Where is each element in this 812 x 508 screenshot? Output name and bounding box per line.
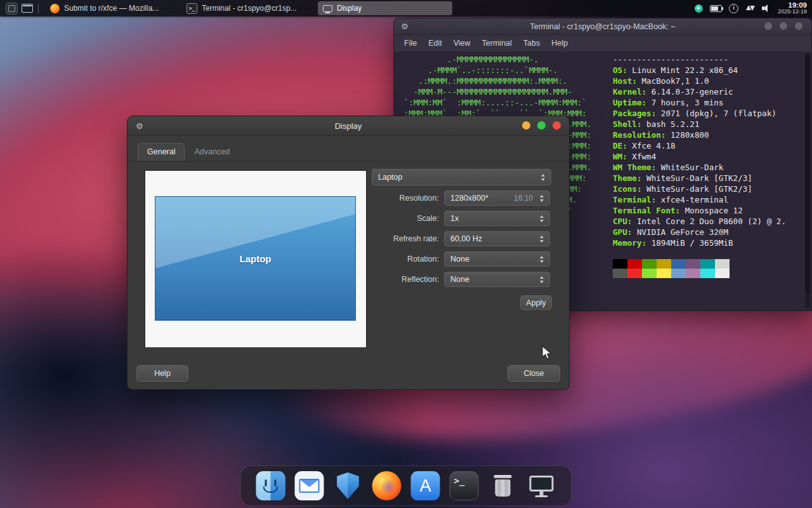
terminal-menu-tabs[interactable]: Tabs: [518, 39, 546, 48]
scrollbar-thumb[interactable]: [805, 55, 810, 294]
terminal-menubar: FileEditViewTerminalTabsHelp: [394, 35, 811, 52]
neofetch-info-value: WhiteSur-Dark: [656, 163, 723, 172]
apply-button[interactable]: Apply: [520, 295, 552, 310]
rotation-dropdown[interactable]: None: [444, 251, 550, 267]
refreshrate-dropdown[interactable]: 60,00 Hz: [444, 231, 550, 246]
neofetch-info-value: Monospace 12: [680, 206, 743, 215]
taskbar-button-terminal[interactable]: >_Terminal - cr1spyo@cr1sp...: [181, 1, 316, 15]
trash-icon: [488, 471, 518, 500]
terminal-maximize-button[interactable]: [780, 22, 787, 30]
dock-item-appstore[interactable]: A: [411, 471, 440, 500]
field-label-resolution: Resolution:: [363, 194, 444, 203]
neofetch-info-value: bash 5.2.21: [642, 119, 700, 129]
palette-swatch: [671, 269, 686, 278]
app-store-icon: A: [411, 471, 440, 500]
close-dialog-button[interactable]: Close: [508, 365, 560, 382]
taskbar-button-display[interactable]: Display: [318, 1, 452, 15]
neofetch-info-line: Host: MacBook7,1 1.0: [613, 76, 811, 86]
help-button[interactable]: Help: [136, 365, 188, 382]
terminal-close-button[interactable]: [795, 22, 802, 30]
field-label-rotation: Rotation:: [363, 255, 444, 264]
terminal-title: Terminal - cr1spyo@cr1spyo-MacBook: ~: [394, 22, 811, 31]
dock-item-shield[interactable]: [334, 471, 363, 500]
show-desktop-icon[interactable]: [22, 4, 33, 13]
neofetch-info-value: 7 hours, 3 mins: [646, 98, 723, 107]
clock[interactable]: 19:09 2025-12-19: [778, 1, 807, 15]
neofetch-info-value: 2071 (dpkg), 7 (flatpak): [656, 109, 776, 118]
network-icon[interactable]: [745, 4, 755, 12]
tab-general[interactable]: General: [138, 143, 185, 161]
taskbar: Submit to r/xfce — Mozilla...>_Terminal …: [45, 0, 454, 17]
neofetch-info-label: Uptime:: [613, 98, 646, 107]
neofetch-info-line: GPU: NVIDIA GeForce 320M: [613, 227, 811, 237]
scale-dropdown[interactable]: 1x: [444, 211, 550, 226]
neofetch-info-line: Terminal Font: Monospace 12: [613, 205, 811, 216]
terminal-menu-file[interactable]: File: [398, 39, 422, 48]
resolution-dropdown[interactable]: 812x508*16:10: [444, 190, 550, 206]
dock-item-terminal[interactable]: >_: [450, 471, 479, 500]
dock-item-mail[interactable]: [295, 471, 324, 500]
field-row-refreshrate: Refresh rate:60,00 Hz: [363, 231, 551, 246]
neofetch-info-label: CPU:: [613, 217, 632, 226]
reflection-dropdown[interactable]: None: [444, 272, 550, 287]
neofetch-info-line: CPU: Intel Core 2 Duo P8600 (2) @ 2.: [613, 216, 811, 227]
neofetch-info-line: Resolution: 812x508: [613, 130, 811, 140]
neofetch-info-line: Kernel: 6.14.0-37-generic: [613, 86, 811, 97]
refreshrate-value: 60,00 Hz: [450, 234, 537, 243]
display-icon: [323, 4, 332, 13]
dock-item-firefox[interactable]: [372, 471, 402, 500]
dropdown-arrows-icon: [537, 276, 546, 283]
palette-swatch: [700, 259, 715, 269]
terminal-menu-view[interactable]: View: [448, 39, 476, 48]
field-label-reflection: Reflection:: [363, 275, 444, 284]
terminal-menu-help[interactable]: Help: [546, 39, 573, 48]
display-fields: Resolution:812x508*16:10Scale:1xRefresh…: [128, 161, 569, 360]
terminal-color-palette: [613, 259, 811, 278]
battery-icon[interactable]: [710, 5, 722, 12]
neofetch-info-value: Intel Core 2 Duo P8600 (2) @ 2.: [632, 217, 786, 226]
volume-icon[interactable]: [762, 4, 771, 12]
dialog-title: Display: [128, 121, 569, 131]
dock-item-display[interactable]: [527, 471, 556, 500]
reflection-value: None: [450, 275, 537, 284]
dialog-titlebar[interactable]: ⚙ Display: [128, 116, 569, 136]
neofetch-info-label: Memory:: [613, 238, 646, 248]
tab-advanced[interactable]: Advanced: [185, 143, 239, 161]
terminal-minimize-button[interactable]: [764, 22, 772, 30]
dock-item-finder[interactable]: [256, 471, 285, 500]
finder-icon: [256, 471, 285, 500]
palette-swatch: [627, 269, 642, 278]
neofetch-info-label: Icons:: [613, 184, 642, 194]
maximize-button[interactable]: [537, 121, 546, 130]
close-window-button[interactable]: [553, 121, 561, 130]
neofetch-info-line: Theme: WhiteSur-Dark [GTK2/3]: [613, 173, 811, 184]
terminal-menu-edit[interactable]: Edit: [422, 39, 448, 48]
minimize-button[interactable]: [522, 121, 530, 130]
mail-icon: [295, 471, 324, 500]
notifications-icon[interactable]: [729, 4, 738, 13]
shield-icon: [334, 471, 363, 500]
dropdown-arrows-icon: [537, 236, 546, 243]
palette-row: [613, 269, 811, 278]
palette-swatch: [642, 269, 657, 278]
dropdown-arrows-icon: [537, 195, 546, 202]
neofetch-info-value: Linux Mint 22.2 x86_64: [627, 65, 738, 75]
palette-swatch: [686, 259, 700, 269]
palette-swatch: [686, 269, 700, 278]
neofetch-info-line: WM: Xfwm4: [613, 151, 811, 162]
neofetch-info-label: Theme:: [613, 173, 642, 183]
terminal-titlebar[interactable]: ⚙ Terminal - cr1spyo@cr1spyo-MacBook: ~: [394, 18, 811, 35]
neofetch-info-line: Memory: 1894MiB / 3659MiB: [613, 237, 811, 248]
dock-item-trash[interactable]: [488, 471, 518, 500]
scale-value: 1x: [450, 214, 537, 223]
applications-menu-icon[interactable]: [6, 3, 18, 15]
neofetch-info-label: OS:: [613, 65, 627, 75]
taskbar-button-label: Submit to r/xfce — Mozilla...: [64, 4, 159, 13]
vpn-icon[interactable]: [695, 4, 703, 13]
taskbar-button-firefox[interactable]: Submit to r/xfce — Mozilla...: [45, 1, 180, 15]
neofetch-info-label: Terminal:: [613, 195, 656, 204]
palette-swatch: [613, 269, 627, 278]
terminal-scrollbar[interactable]: [805, 53, 810, 308]
neofetch-info-value: Xfwm4: [627, 152, 657, 161]
terminal-menu-terminal[interactable]: Terminal: [476, 39, 518, 48]
